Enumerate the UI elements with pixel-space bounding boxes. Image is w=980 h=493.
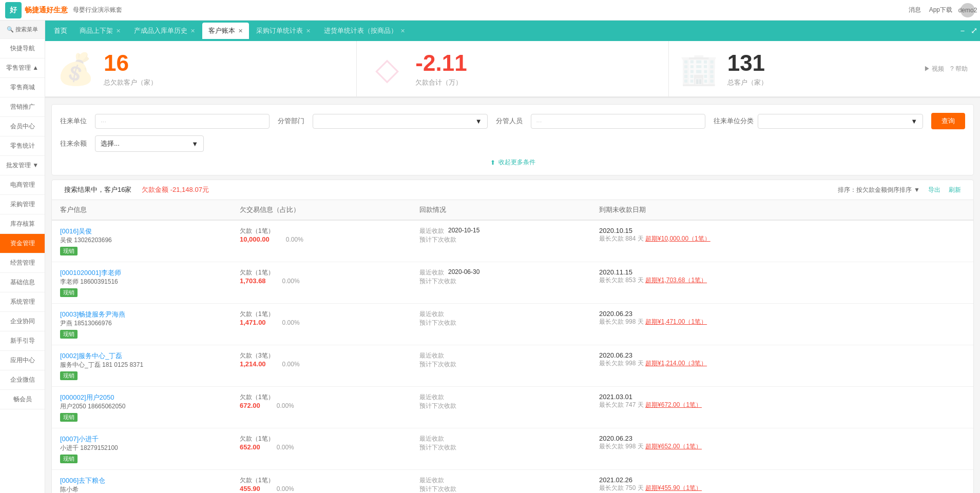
customer-tag: 现销	[60, 288, 78, 297]
overdue-amount-link[interactable]: 超期¥652.00（1笔）	[645, 443, 702, 450]
tab-minimize-btn[interactable]: －	[958, 26, 967, 36]
customer-phone: 尹燕 18513066976	[60, 319, 240, 328]
th-customer-info: 客户信息	[60, 205, 240, 214]
customer-name-link[interactable]: [0002]服务中心_丁磊	[60, 352, 122, 360]
th-due-date: 到期未收款日期	[599, 205, 965, 214]
sidebar-item-retail-mall[interactable]: 零售商城	[0, 78, 45, 97]
collapse-icon: ⬆	[490, 159, 495, 166]
from-unit-input[interactable]: ···	[95, 114, 270, 129]
customer-info-cell: [0006]去下粮仓 陈小希 现销	[60, 476, 240, 493]
stat-card-actions: ▶ 视频 ? 帮助	[924, 65, 968, 73]
overdue-amount-link[interactable]: 超期¥455.90（1笔）	[645, 484, 702, 491]
tab-close-purchase-stats[interactable]: ✕	[306, 28, 311, 34]
customer-tag: 现销	[60, 455, 78, 463]
result-bar: 搜索结果中，客户16家 欠款金额 -21,148.07元 排序：按欠款金额倒序排…	[51, 180, 974, 200]
unit-type-select[interactable]: ▼	[758, 114, 923, 129]
debt-info-cell: 欠款（1笔） 10,000.00 0.00%	[240, 227, 419, 243]
dept-label: 分管部门	[278, 116, 309, 126]
overdue-amount-link[interactable]: 超期¥1,703.68（1笔）	[645, 277, 707, 284]
filter-dept: 分管部门 ▼	[278, 114, 487, 129]
tab-purchase-stats[interactable]: 采购订单统计表 ✕	[250, 23, 317, 39]
sidebar-search[interactable]: 🔍 搜索菜单	[0, 21, 45, 39]
sidebar-item-retail-mgmt[interactable]: 零售管理 ▲	[0, 58, 45, 78]
sidebar-item-purchase-mgmt[interactable]: 采购管理	[0, 195, 45, 214]
customer-name-link[interactable]: [0001020001]李老师	[60, 269, 121, 277]
avatar[interactable]: demo2	[960, 3, 975, 17]
sidebar-item-system[interactable]: 系统管理	[0, 292, 45, 312]
sidebar-item-operations[interactable]: 经营管理	[0, 253, 45, 273]
overdue-amount-link[interactable]: 超期¥1,214.00（3笔）	[645, 360, 707, 367]
sidebar-item-member-center[interactable]: 会员中心	[0, 117, 45, 136]
stat-icon-customers: 🏢	[681, 51, 717, 87]
video-btn[interactable]: ▶ 视频	[924, 65, 944, 73]
tab-product-history[interactable]: 产成品入库单历史 ✕	[128, 23, 201, 39]
customer-tag: 现销	[60, 330, 78, 339]
sidebar-item-app-center[interactable]: 应用中心	[0, 351, 45, 370]
sidebar-item-enterprise-wx[interactable]: 企业微信	[0, 370, 45, 390]
dept-select[interactable]: ▼	[313, 114, 487, 129]
message-btn[interactable]: 消息	[909, 6, 921, 14]
table-header: 客户信息 欠交易信息（占比） 回款情况 到期未收款日期	[52, 200, 973, 221]
sidebar-item-batch-mgmt[interactable]: 批发管理 ▼	[0, 156, 45, 175]
collapse-row[interactable]: ⬆ 收起更多条件	[60, 158, 965, 167]
help-btn[interactable]: ? 帮助	[950, 65, 968, 73]
overdue-amount-link[interactable]: 超期¥10,000.00（1笔）	[645, 235, 710, 242]
tab-customer-account[interactable]: 客户账本 ✕	[202, 23, 249, 39]
balance-label: 往来余额	[60, 139, 91, 148]
tab-inbound-stats[interactable]: 进货单统计表（按商品） ✕	[318, 23, 411, 39]
customer-name-link[interactable]: [0016]吴俊	[60, 227, 92, 235]
customer-phone: 小进千 18279152100	[60, 444, 240, 452]
tab-close-inbound-stats[interactable]: ✕	[400, 28, 405, 34]
table-container: 客户信息 欠交易信息（占比） 回款情况 到期未收款日期 [0016]吴俊 吴俊 …	[51, 200, 974, 493]
balance-select[interactable]: 选择... ▼	[95, 135, 204, 152]
tab-close-product-history[interactable]: ✕	[190, 28, 195, 34]
th-debt-info: 欠交易信息（占比）	[240, 205, 419, 214]
customer-name-link[interactable]: [0006]去下粮仓	[60, 477, 105, 484]
debt-info-cell: 欠款（3笔） 1,214.00 0.00%	[240, 351, 419, 368]
sidebar-item-guide[interactable]: 新手引导	[0, 331, 45, 351]
sort-control[interactable]: 排序：按欠款金额倒序排序 ▼	[838, 186, 920, 194]
content-area: 首页 商品上下架 ✕ 产成品入库单历史 ✕ 客户账本 ✕ 采购订单统计表 ✕	[45, 21, 980, 493]
tab-product-shelf[interactable]: 商品上下架 ✕	[73, 23, 127, 39]
customer-info-cell: [0002]服务中心_丁磊 服务中心_丁磊 181 0125 8371 现销	[60, 351, 240, 380]
sidebar-item-inventory[interactable]: 库存核算	[0, 214, 45, 234]
app-download-btn[interactable]: App下载	[929, 6, 952, 14]
sidebar-item-member[interactable]: 畅会员	[0, 390, 45, 409]
table-row: [0006]去下粮仓 陈小希 现销 欠款（1笔） 455.90 0.00%	[52, 470, 973, 493]
customer-tag: 现销	[60, 371, 78, 380]
due-date-cell: 2020.06.23 最长欠款 998 天 超期¥1,214.00（3笔）	[599, 351, 965, 368]
table-row: [0001020001]李老师 李老师 18600391516 现销 欠款（1笔…	[52, 262, 973, 304]
sidebar-item-capital[interactable]: 资金管理	[0, 234, 45, 253]
sidebar-item-retail-stats[interactable]: 零售统计	[0, 136, 45, 156]
sidebar-item-basic-info[interactable]: 基础信息	[0, 273, 45, 292]
debt-info-cell: 欠款（1笔） 1,703.68 0.00%	[240, 268, 419, 285]
sidebar-item-ecommerce[interactable]: 电商管理	[0, 175, 45, 195]
sidebar-item-marketing[interactable]: 营销推广	[0, 97, 45, 117]
export-btn[interactable]: 导出	[928, 186, 940, 194]
due-date-cell: 2020.10.15 最长欠款 884 天 超期¥10,000.00（1笔）	[599, 227, 965, 243]
stats-bar: 💰 16 总欠款客户（家） ◇ -2.11 欠款合计（万）	[45, 41, 980, 98]
customer-name-link[interactable]: [0007]小进千	[60, 435, 99, 443]
tab-close-product-shelf[interactable]: ✕	[116, 28, 121, 34]
stat-icon-debt: ◇	[369, 51, 405, 87]
manager-input[interactable]: ···	[531, 114, 705, 129]
due-date-cell: 2020.06.23 最长欠款 998 天 超期¥652.00（1笔）	[599, 435, 965, 451]
customer-tag: 现销	[60, 247, 78, 255]
customer-info-cell: [0016]吴俊 吴俊 13026203696 现销	[60, 227, 240, 255]
page-content: 💰 16 总欠款客户（家） ◇ -2.11 欠款合计（万）	[45, 41, 980, 493]
tab-home[interactable]: 首页	[48, 26, 73, 35]
query-button[interactable]: 查询	[931, 113, 965, 129]
filter-from-unit: 往来单位 ···	[60, 114, 270, 129]
tab-close-customer-account[interactable]: ✕	[238, 28, 243, 34]
refresh-btn[interactable]: 刷新	[949, 186, 961, 194]
customer-name-link[interactable]: [000002]用户2050	[60, 393, 114, 401]
overdue-amount-link[interactable]: 超期¥1,471.00（1笔）	[645, 318, 707, 325]
debt-info-cell: 欠款（1笔） 652.00 0.00%	[240, 435, 419, 451]
customer-name-link[interactable]: [0003]畅捷服务尹海燕	[60, 310, 125, 318]
customer-phone: 吴俊 13026203696	[60, 236, 240, 245]
filter-unit-type: 往来单位分类 ▼	[714, 114, 923, 129]
sidebar-item-quick-nav[interactable]: 快捷导航	[0, 39, 45, 58]
overdue-amount-link[interactable]: 超期¥672.00（1笔）	[645, 401, 702, 408]
sidebar-item-enterprise-collab[interactable]: 企业协同	[0, 312, 45, 331]
tab-maximize-btn[interactable]: ⤢	[971, 26, 977, 36]
